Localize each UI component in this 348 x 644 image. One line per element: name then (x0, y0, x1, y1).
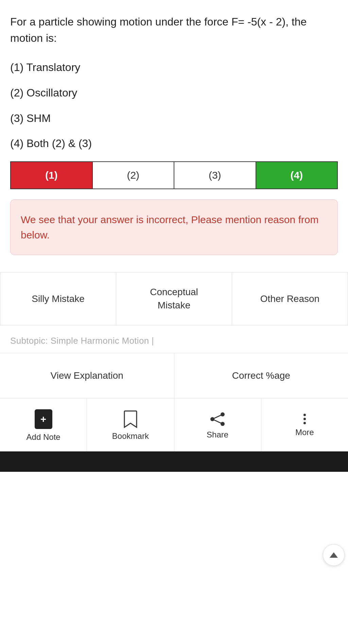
bookmark-icon (124, 410, 137, 428)
reason-conceptual-mistake[interactable]: ConceptualMistake (116, 272, 232, 325)
answer-btn-3[interactable]: (3) (174, 162, 256, 189)
bottom-bar: Add Note Bookmark Share More (0, 398, 348, 451)
add-note-icon (35, 409, 52, 429)
scroll-up-button[interactable] (323, 544, 345, 566)
option-4: (4) Both (2) & (3) (10, 136, 338, 151)
share-label: Share (207, 430, 228, 440)
answer-btn-1[interactable]: (1) (11, 162, 93, 189)
svg-line-4 (212, 419, 223, 424)
share-icon (209, 412, 226, 427)
reason-other[interactable]: Other Reason (232, 272, 348, 325)
correct-percentage-button[interactable]: Correct %age (174, 353, 348, 398)
add-note-button[interactable]: Add Note (0, 398, 87, 451)
incorrect-message: We see that your answer is incorrect, Pl… (21, 212, 327, 243)
view-explanation-button[interactable]: View Explanation (0, 353, 174, 398)
options-list: (1) Translatory (2) Oscillatory (3) SHM … (10, 60, 338, 151)
add-note-label: Add Note (27, 432, 60, 442)
more-button[interactable]: More (261, 398, 348, 451)
answer-btn-4[interactable]: (4) (256, 162, 337, 189)
option-3: (3) SHM (10, 111, 338, 126)
reason-silly-mistake[interactable]: Silly Mistake (0, 272, 116, 325)
more-label: More (295, 428, 314, 437)
question-container: For a particle showing motion under the … (0, 0, 348, 269)
bookmark-button[interactable]: Bookmark (87, 398, 174, 451)
bookmark-label: Bookmark (112, 431, 149, 441)
action-row: View Explanation Correct %age (0, 353, 348, 398)
subtopic-text: Subtopic: Simple Harmonic Motion | (0, 332, 348, 353)
option-2: (2) Oscillatory (10, 85, 338, 101)
more-icon (303, 414, 306, 424)
dark-bottom-bar (0, 451, 348, 472)
question-text: For a particle showing motion under the … (10, 14, 338, 46)
chevron-up-icon (330, 552, 338, 558)
option-1: (1) Translatory (10, 60, 338, 75)
reason-buttons-group: Silly Mistake ConceptualMistake Other Re… (0, 272, 348, 325)
incorrect-feedback-box: We see that your answer is incorrect, Pl… (10, 199, 338, 255)
answer-buttons-group: (1) (2) (3) (4) (10, 161, 338, 189)
svg-line-3 (212, 414, 223, 419)
share-button[interactable]: Share (174, 398, 261, 451)
answer-btn-2[interactable]: (2) (93, 162, 175, 189)
